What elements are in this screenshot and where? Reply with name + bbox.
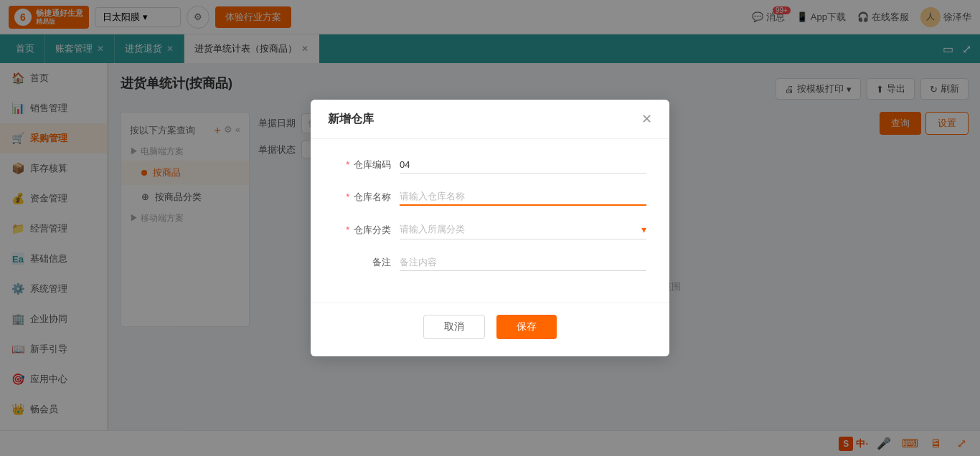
name-label-text: 仓库名称 — [354, 191, 391, 202]
remark-label: 备注 — [334, 256, 391, 269]
modal-header: 新增仓库 ✕ — [311, 100, 669, 139]
category-chevron-icon: ▾ — [641, 224, 646, 235]
remark-input[interactable] — [400, 254, 646, 271]
name-input[interactable] — [400, 188, 646, 206]
add-warehouse-modal: 新增仓库 ✕ * 仓库编码 * 仓库名称 — [311, 100, 669, 356]
modal-close-button[interactable]: ✕ — [641, 111, 652, 127]
form-row-remark: 备注 — [334, 254, 646, 271]
name-label: * 仓库名称 — [334, 191, 391, 204]
name-required-mark: * — [346, 191, 349, 202]
category-placeholder: 请输入所属分类 — [400, 223, 641, 236]
modal-overlay: 新增仓库 ✕ * 仓库编码 * 仓库名称 — [0, 0, 980, 456]
remark-label-text: 备注 — [372, 257, 391, 267]
category-required-mark: * — [346, 224, 349, 235]
form-row-code: * 仓库编码 — [334, 156, 646, 174]
category-label: * 仓库分类 — [334, 224, 391, 237]
code-label: * 仓库编码 — [334, 158, 391, 171]
form-row-category: * 仓库分类 请输入所属分类 ▾ — [334, 220, 646, 239]
category-label-text: 仓库分类 — [354, 224, 391, 235]
form-row-name: * 仓库名称 — [334, 188, 646, 206]
code-required-mark: * — [346, 159, 349, 170]
cancel-button[interactable]: 取消 — [423, 315, 485, 339]
modal-title: 新增仓库 — [328, 112, 374, 127]
modal-footer: 取消 保存 — [311, 303, 669, 356]
code-label-text: 仓库编码 — [354, 159, 391, 170]
save-button[interactable]: 保存 — [496, 315, 557, 339]
category-select[interactable]: 请输入所属分类 ▾ — [400, 220, 646, 239]
modal-body: * 仓库编码 * 仓库名称 * 仓库分类 请输入所属 — [311, 139, 669, 303]
code-input[interactable] — [400, 156, 646, 174]
